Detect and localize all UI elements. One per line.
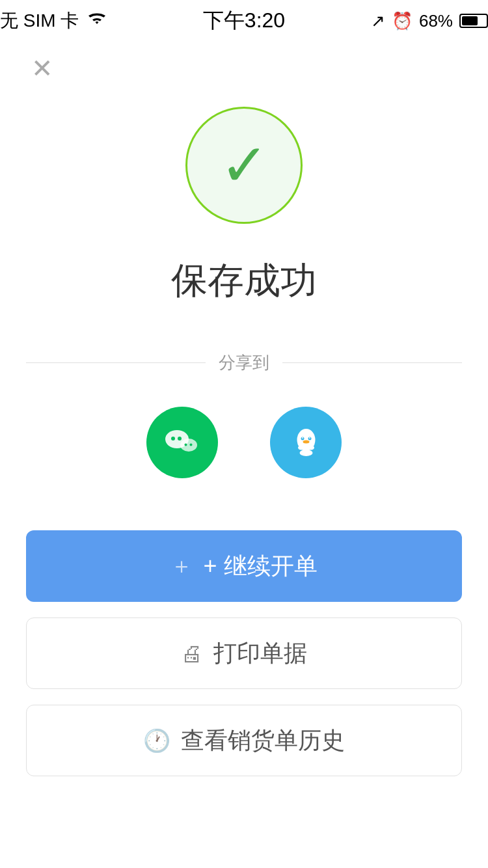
history-label: 查看销货单历史 [181, 725, 345, 757]
battery-icon [459, 14, 488, 28]
checkmark-icon: ✓ [220, 136, 269, 195]
continue-icon: ＋ [170, 551, 193, 581]
status-left: 无 SIM 卡 [0, 8, 107, 33]
share-wechat-button[interactable] [146, 407, 218, 478]
status-right: ↗ ⏰ 68% [371, 11, 488, 31]
svg-point-3 [180, 439, 197, 452]
continue-button[interactable]: ＋ + 继续开单 [26, 530, 462, 602]
wechat-icon [161, 422, 204, 464]
success-circle: ✓ [185, 107, 303, 224]
battery-percent: 68% [419, 11, 453, 31]
divider-line-right [282, 362, 462, 363]
print-icon: 🖨 [181, 641, 203, 666]
svg-point-14 [309, 437, 310, 439]
battery-block [459, 14, 488, 28]
continue-label: + 继续开单 [203, 550, 317, 582]
print-label: 打印单据 [213, 638, 307, 670]
location-icon: ↗ [371, 11, 385, 31]
qq-icon [285, 422, 327, 464]
share-row [146, 407, 342, 478]
share-qq-button[interactable] [270, 407, 342, 478]
success-title: 保存成功 [171, 256, 317, 306]
svg-point-1 [171, 437, 175, 441]
svg-point-2 [178, 437, 182, 441]
svg-point-8 [298, 445, 305, 450]
history-icon: 🕐 [143, 727, 170, 753]
close-button[interactable]: ✕ [26, 52, 59, 85]
history-button[interactable]: 🕐 查看销货单历史 [26, 705, 462, 776]
alarm-icon: ⏰ [392, 11, 413, 31]
battery-fill [462, 16, 478, 25]
wifi-icon [87, 10, 107, 31]
print-button[interactable]: 🖨 打印单据 [26, 617, 462, 689]
svg-point-9 [308, 445, 314, 450]
status-time: 下午3:20 [203, 7, 285, 35]
svg-point-12 [303, 440, 309, 443]
svg-point-5 [189, 443, 192, 446]
main-content: ✓ 保存成功 分享到 [0, 42, 488, 868]
share-label: 分享到 [219, 351, 269, 374]
svg-point-7 [299, 450, 312, 456]
divider-line-left [26, 362, 206, 363]
svg-point-4 [184, 443, 187, 446]
status-bar: 无 SIM 卡 下午3:20 ↗ ⏰ 68% [0, 0, 488, 42]
svg-point-13 [302, 437, 303, 439]
share-divider-row: 分享到 [26, 351, 462, 374]
close-icon: ✕ [31, 55, 53, 81]
carrier-text: 无 SIM 卡 [0, 8, 79, 33]
